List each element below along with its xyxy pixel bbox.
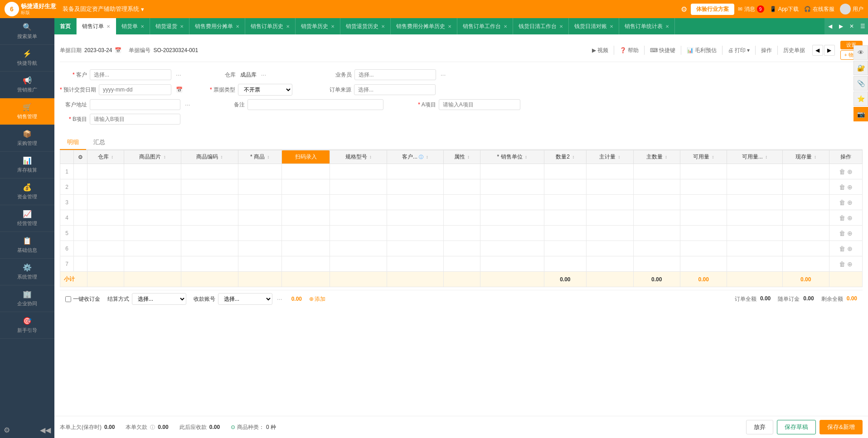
row1-copy-icon[interactable]: ⊕	[847, 168, 853, 175]
tab-sales-return-close[interactable]: ✕	[141, 24, 144, 29]
sidebar-item-enterprise[interactable]: 🏢 企业协同	[0, 285, 54, 312]
row7-warehouse[interactable]	[87, 256, 124, 272]
row2-available[interactable]	[680, 179, 727, 195]
row3-available2[interactable]	[727, 195, 782, 210]
row7-copy-icon[interactable]: ⊕	[847, 260, 853, 268]
row4-copy-icon[interactable]: ⊕	[847, 214, 853, 221]
tab-sales-order-stats[interactable]: 销售订单统计表 ✕	[619, 18, 675, 34]
row1-delete-icon[interactable]: 🗑	[839, 168, 845, 175]
sidebar-item-inventory[interactable]: 📊 库存核算	[0, 152, 54, 178]
row5-attribute[interactable]	[443, 226, 480, 241]
row4-product-code[interactable]	[181, 210, 238, 226]
col-quantity2[interactable]: 数量2 ↕	[544, 150, 586, 164]
receipt-account-select[interactable]: 选择...	[218, 293, 272, 305]
row1-warehouse[interactable]	[87, 164, 124, 179]
row2-spec[interactable]	[330, 179, 387, 195]
row5-spec[interactable]	[330, 226, 387, 241]
row5-barcode[interactable]	[281, 226, 330, 241]
row7-available[interactable]	[680, 256, 727, 272]
row3-delete-icon[interactable]: 🗑	[839, 199, 845, 206]
sidebar-item-guide[interactable]: 🎯 新手引导	[0, 312, 54, 339]
receipt-expand-icon[interactable]: ···	[275, 295, 284, 303]
row1-customer-ref[interactable]	[387, 164, 444, 179]
tab-order-workbench-close[interactable]: ✕	[504, 24, 507, 29]
tab-credit-daily-workbench[interactable]: 钱货日清工作台 ✕	[513, 18, 569, 34]
row3-main-qty[interactable]	[633, 195, 680, 210]
row6-main-unit[interactable]	[587, 241, 633, 256]
row5-current-stock[interactable]	[782, 226, 829, 241]
staff-expand-icon[interactable]: ···	[439, 71, 448, 78]
row2-main-unit[interactable]	[587, 179, 633, 195]
save-draft-button[interactable]: 保存草稿	[777, 420, 816, 434]
row4-current-stock[interactable]	[782, 210, 829, 226]
col-attribute[interactable]: 属性 ↕	[443, 150, 480, 164]
settlement-method-select[interactable]: 选择...	[132, 293, 186, 305]
tab-sales-fee-history[interactable]: 销售费用分摊单历史 ✕	[391, 18, 457, 34]
user-menu-button[interactable]: 用户	[840, 4, 863, 14]
tab-sales-order-close[interactable]: ✕	[107, 24, 110, 29]
row6-warehouse[interactable]	[87, 241, 124, 256]
row3-sales-unit[interactable]	[480, 195, 544, 210]
tab-credit-daily-reconcile[interactable]: 钱货日清对账 ✕	[569, 18, 619, 34]
tab-sales-refund[interactable]: 销货退货 ✕	[150, 18, 189, 34]
col-product-image[interactable]: 商品图片 ↕	[124, 150, 181, 164]
row3-copy-icon[interactable]: ⊕	[847, 199, 853, 206]
row7-product-name[interactable]	[238, 256, 281, 272]
col-customer-ref[interactable]: 客户... ⓘ ↕	[387, 150, 444, 164]
row3-attribute[interactable]	[443, 195, 480, 210]
shortcut-link[interactable]: ⌨ 快捷键	[650, 47, 675, 54]
row4-qty2[interactable]	[544, 210, 586, 226]
row6-available[interactable]	[680, 241, 727, 256]
row5-main-unit[interactable]	[587, 226, 633, 241]
tab-sales-return[interactable]: 销货单 ✕	[116, 18, 150, 34]
side-eye-button[interactable]: 👁	[853, 45, 868, 60]
row1-available2[interactable]	[727, 164, 782, 179]
row3-product-code[interactable]	[181, 195, 238, 210]
row5-sales-unit[interactable]	[480, 226, 544, 241]
sidebar-settings-icon[interactable]: ⚙	[4, 426, 10, 434]
row2-current-stock[interactable]	[782, 179, 829, 195]
invoice-type-select[interactable]: 不开票	[238, 84, 292, 96]
row6-spec[interactable]	[330, 241, 387, 256]
row5-copy-icon[interactable]: ⊕	[847, 230, 853, 237]
col-sales-unit[interactable]: * 销售单位 ↕	[480, 150, 544, 164]
customer-expand-icon[interactable]: ···	[174, 71, 183, 78]
row7-attribute[interactable]	[443, 256, 480, 272]
tab-stats-close[interactable]: ✕	[665, 24, 669, 29]
sidebar-item-marketing[interactable]: 📢 营销推广	[0, 72, 54, 98]
row6-barcode[interactable]	[281, 241, 330, 256]
side-scan-button[interactable]: 📷	[853, 107, 868, 121]
row6-product-code[interactable]	[181, 241, 238, 256]
row6-main-qty[interactable]	[633, 241, 680, 256]
messages-button[interactable]: ✉ 消息 9	[738, 5, 764, 13]
col-product-code[interactable]: 商品编码 ↕	[181, 150, 238, 164]
sidebar-item-system[interactable]: ⚙️ 系统管理	[0, 259, 54, 285]
tab-credit-reconcile-close[interactable]: ✕	[610, 24, 613, 29]
row7-spec[interactable]	[330, 256, 387, 272]
delivery-date-input[interactable]	[99, 84, 171, 95]
row4-customer-ref[interactable]	[387, 210, 444, 226]
row5-product-name[interactable]	[238, 226, 281, 241]
row2-main-qty[interactable]	[633, 179, 680, 195]
sidebar-item-base-info[interactable]: 📋 基础信息	[0, 232, 54, 259]
discard-button[interactable]: 放弃	[746, 420, 773, 434]
profit-forecast-link[interactable]: 📊 毛利预估	[687, 47, 717, 54]
operations-link[interactable]: 操作	[761, 47, 772, 54]
row3-warehouse[interactable]	[87, 195, 124, 210]
row6-attribute[interactable]	[443, 241, 480, 256]
sidebar-item-quick-nav[interactable]: ⚡ 快捷导航	[0, 45, 54, 72]
col-barcode-entry[interactable]: 扫码录入	[281, 150, 330, 164]
print-link[interactable]: 🖨 打印 ▾	[728, 47, 750, 54]
row2-warehouse[interactable]	[87, 179, 124, 195]
row4-sales-unit[interactable]	[480, 210, 544, 226]
tab-sales-refund-close[interactable]: ✕	[180, 24, 184, 29]
row5-warehouse[interactable]	[87, 226, 124, 241]
row2-qty2[interactable]	[544, 179, 586, 195]
row2-customer-ref[interactable]	[387, 179, 444, 195]
sidebar-item-sales[interactable]: 🛒 销售管理	[0, 98, 54, 125]
app-download-button[interactable]: 📱 App下载	[770, 5, 799, 13]
row7-customer-ref[interactable]	[387, 256, 444, 272]
tab-next-button[interactable]: ▶	[835, 18, 846, 34]
view-video-link[interactable]: ▶ 视频	[592, 47, 608, 54]
tab-sales-order[interactable]: 销售订单 ✕	[77, 18, 116, 34]
